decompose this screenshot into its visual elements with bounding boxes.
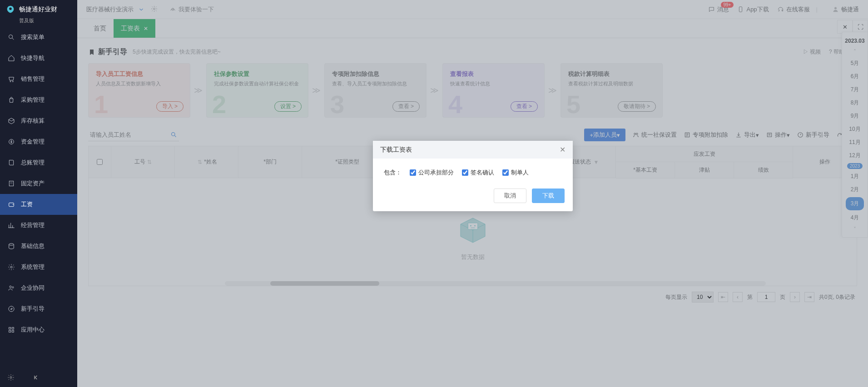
sidebar-items: 搜索菜单 快捷导航 销售管理 采购管理 库存核算 资金管理 总账管理 固定资产 … [0,27,77,369]
svg-point-1 [10,81,11,82]
svg-point-8 [10,286,11,288]
sidebar-item-ledger[interactable]: 总账管理 [0,152,77,173]
chart-icon [7,221,15,229]
svg-rect-11 [9,327,11,329]
checkbox-sign-confirm[interactable]: 签名确认 [462,169,494,177]
sidebar-item-label: 采购管理 [21,96,45,104]
sidebar-item-label: 销售管理 [21,75,45,83]
modal-overlay: 下载工资表 ✕ 包含： 公司承担部分 签名确认 制单人 取消 下载 [77,0,868,387]
users-icon [7,284,15,292]
bag-icon [7,96,15,104]
gear-icon [7,263,15,271]
checkbox-preparer[interactable]: 制单人 [502,169,529,177]
svg-point-10 [9,306,14,312]
sidebar-item-label: 总账管理 [21,159,45,167]
svg-point-15 [10,377,12,378]
coin-icon [7,138,15,146]
sidebar-item-apps[interactable]: 应用中心 [0,319,77,340]
svg-rect-4 [9,181,13,186]
include-label: 包含： [384,169,402,177]
modal-footer: 取消 下载 [373,187,573,211]
sidebar-item-collab[interactable]: 企业协同 [0,278,77,298]
modal-close-icon[interactable]: ✕ [560,145,565,154]
search-icon [7,33,15,41]
home-icon [7,54,15,62]
checkbox-company-part[interactable]: 公司承担部分 [410,169,454,177]
svg-point-7 [10,266,12,268]
sidebar-item-label: 基础信息 [21,242,45,250]
grid-icon [7,326,15,334]
svg-rect-12 [12,327,14,329]
modal-title: 下载工资表 [380,146,560,154]
svg-point-2 [12,81,13,82]
brand-sub: 普及版 [0,17,77,27]
brand-logo-icon [5,5,15,15]
brand: 畅捷通好业财 [0,0,77,19]
download-button[interactable]: 下载 [532,189,565,203]
svg-point-9 [12,287,14,288]
sidebar-item-system[interactable]: 系统管理 [0,257,77,278]
sidebar-item-search[interactable]: 搜索菜单 [0,27,77,48]
sidebar-item-inventory[interactable]: 库存核算 [0,110,77,131]
sidebar-item-sales[interactable]: 销售管理 [0,69,77,89]
sidebar-item-purchase[interactable]: 采购管理 [0,89,77,110]
sidebar-item-label: 新手引导 [21,305,45,313]
sidebar-item-label: 经营管理 [21,221,45,229]
sidebar-item-label: 搜索菜单 [21,33,45,41]
sidebar-item-label: 快捷导航 [21,54,45,62]
sidebar-item-label: 工资 [21,200,33,208]
book-icon [7,159,15,167]
svg-point-0 [9,35,13,39]
box-icon [7,117,15,125]
sidebar-item-assets[interactable]: 固定资产 [0,173,77,194]
settings-icon[interactable] [7,374,15,382]
sidebar-item-label: 库存核算 [21,117,45,125]
compass-icon [7,305,15,313]
wallet-icon [7,200,15,208]
download-modal: 下载工资表 ✕ 包含： 公司承担部分 签名确认 制单人 取消 下载 [373,141,573,211]
sidebar-item-label: 资金管理 [21,138,45,146]
sidebar-item-salary[interactable]: 工资 [0,194,77,215]
svg-rect-14 [12,330,14,332]
checkbox-input[interactable] [410,169,416,176]
sidebar-item-operation[interactable]: 经营管理 [0,215,77,236]
brand-name: 畅捷通好业财 [19,5,57,14]
sidebar-item-label: 企业协同 [21,284,45,292]
collapse-icon[interactable] [33,374,40,382]
modal-header: 下载工资表 ✕ [373,141,573,159]
modal-body: 包含： 公司承担部分 签名确认 制单人 [373,159,573,187]
database-icon [7,242,15,250]
cart-icon [7,75,15,83]
sidebar-item-quicknav[interactable]: 快捷导航 [0,48,77,69]
sidebar-footer [0,369,77,387]
main: 医疗器械行业演示 我要体验一下 消息 99+ App下载 在线客服 [77,0,868,387]
sidebar-item-label: 系统管理 [21,263,45,271]
svg-point-6 [9,243,14,245]
sidebar-item-label: 固定资产 [21,179,45,188]
svg-rect-13 [9,330,11,332]
building-icon [7,179,15,188]
sidebar-item-base[interactable]: 基础信息 [0,236,77,257]
sidebar: 畅捷通好业财 普及版 搜索菜单 快捷导航 销售管理 采购管理 库存核算 资金管理… [0,0,77,387]
checkbox-input[interactable] [502,169,509,176]
svg-rect-5 [9,203,14,207]
cancel-button[interactable]: 取消 [494,189,526,203]
sidebar-item-guide[interactable]: 新手引导 [0,298,77,319]
sidebar-item-label: 应用中心 [21,326,45,334]
checkbox-input[interactable] [462,169,468,176]
sidebar-item-funds[interactable]: 资金管理 [0,131,77,152]
